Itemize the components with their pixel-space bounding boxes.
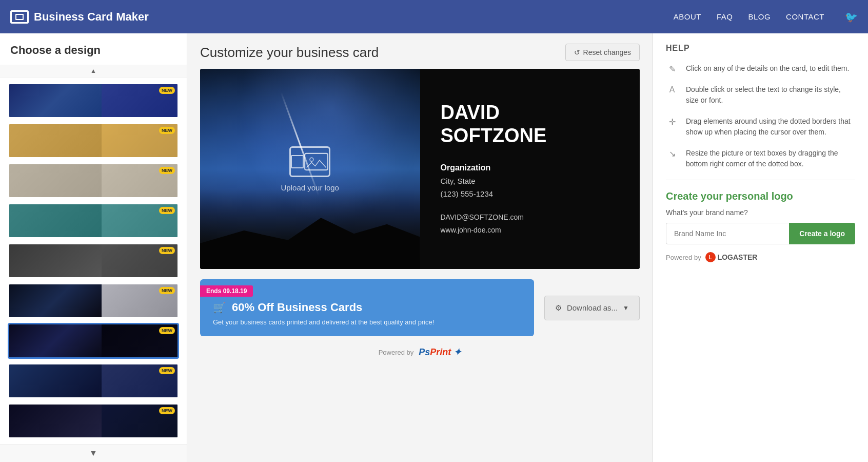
card-phone[interactable]: (123) 555-1234 bbox=[441, 187, 620, 201]
reset-icon: ↺ bbox=[574, 48, 580, 56]
design-item-inner bbox=[9, 405, 177, 437]
help-text-4: Resize the picture or text boxes by drag… bbox=[686, 148, 855, 169]
design-item-3[interactable]: NEW bbox=[8, 163, 179, 199]
download-area: ⚙ Download as... ▼ bbox=[544, 279, 640, 336]
design-item-2[interactable]: NEW bbox=[8, 123, 179, 159]
design-left-color bbox=[9, 204, 102, 237]
download-gear-icon: ⚙ bbox=[555, 303, 562, 313]
design-item-7[interactable]: NEW bbox=[8, 323, 179, 359]
design-item-9[interactable]: NEW bbox=[8, 403, 179, 439]
help-item-2: A Double click or select the text to cha… bbox=[666, 84, 855, 106]
help-item-1: ✎ Click on any of the details on the car… bbox=[666, 63, 855, 74]
design-left-color bbox=[9, 84, 102, 117]
reset-label: Reset changes bbox=[583, 48, 631, 56]
design-list: NEW NEW NEW NEW NEW bbox=[0, 78, 187, 444]
new-badge: NEW bbox=[159, 287, 175, 294]
card-preview[interactable]: Upload your logo DAVID SOFTZONE Organiza… bbox=[200, 69, 640, 269]
create-logo-button[interactable]: Create a logo bbox=[789, 223, 855, 244]
divider bbox=[666, 180, 855, 180]
design-item-inner bbox=[9, 284, 177, 317]
card-name[interactable]: DAVID SOFTZONE bbox=[441, 101, 620, 148]
card-org[interactable]: Organization bbox=[441, 163, 620, 172]
logaster-icon: L bbox=[705, 252, 716, 262]
logaster-logo: L LOGASTER bbox=[705, 252, 758, 262]
nav-faq[interactable]: FAQ bbox=[717, 12, 733, 21]
nav-blog[interactable]: BLOG bbox=[748, 12, 771, 21]
download-chevron-icon: ▼ bbox=[623, 304, 629, 312]
design-left-color bbox=[9, 364, 102, 397]
card-contact: DAVID@SOFTZONE.com www.john-doe.com bbox=[441, 211, 620, 237]
design-item-inner bbox=[9, 364, 177, 397]
promo-title: 🛒 60% Off Business Cards bbox=[213, 301, 521, 314]
new-badge: NEW bbox=[159, 127, 175, 134]
card-lastname: SOFTZONE bbox=[441, 124, 620, 148]
new-badge: NEW bbox=[159, 207, 175, 214]
card-website[interactable]: www.john-doe.com bbox=[441, 224, 620, 237]
help-text-2: Double click or select the text to chang… bbox=[686, 84, 855, 106]
main-layout: Choose a design ▲ NEW NEW NEW bbox=[0, 33, 868, 462]
brand-name-input[interactable] bbox=[666, 223, 789, 244]
card-mountain bbox=[200, 189, 420, 269]
design-item-6[interactable]: NEW bbox=[8, 283, 179, 319]
new-badge: NEW bbox=[159, 327, 175, 334]
design-item-inner bbox=[9, 244, 177, 277]
promo-ends-badge: Ends 09.18.19 bbox=[200, 285, 253, 297]
design-item-inner bbox=[9, 204, 177, 237]
design-item-5[interactable]: NEW bbox=[8, 243, 179, 279]
promo-title-text: 60% Off Business Cards bbox=[232, 301, 362, 314]
main-content: Customize your business card ↺ Reset cha… bbox=[187, 33, 653, 462]
nav-about[interactable]: ABOUT bbox=[674, 12, 701, 21]
help-item-4: ↘ Resize the picture or text boxes by dr… bbox=[666, 148, 855, 169]
sidebar-scroll-down[interactable]: ▼ bbox=[0, 444, 187, 462]
logaster-text: LOGASTER bbox=[718, 253, 758, 261]
logo-icon bbox=[10, 10, 29, 24]
edit-icon: ✎ bbox=[666, 64, 678, 74]
promo-row: Ends 09.18.19 🛒 60% Off Business Cards G… bbox=[200, 279, 640, 336]
new-badge: NEW bbox=[159, 247, 175, 254]
brand-question: What's your brand name? bbox=[666, 208, 855, 217]
design-left-color bbox=[9, 284, 102, 317]
logaster-powered-label: Powered by bbox=[666, 254, 701, 261]
help-text-3: Drag elements around using the dotted bo… bbox=[686, 116, 855, 138]
design-left-color bbox=[9, 164, 102, 197]
sidebar: Choose a design ▲ NEW NEW NEW bbox=[0, 33, 187, 462]
design-item-inner bbox=[9, 84, 177, 117]
card-location-phone: City, State (123) 555-1234 bbox=[441, 175, 620, 201]
design-left-color bbox=[9, 244, 102, 277]
header: Business Card Maker ABOUT FAQ BLOG CONTA… bbox=[0, 0, 868, 33]
promo-card[interactable]: Ends 09.18.19 🛒 60% Off Business Cards G… bbox=[200, 279, 534, 336]
logo-area: Business Card Maker bbox=[10, 10, 674, 24]
download-button[interactable]: ⚙ Download as... ▼ bbox=[544, 296, 640, 320]
card-email[interactable]: DAVID@SOFTZONE.com bbox=[441, 211, 620, 224]
sidebar-scroll-up[interactable]: ▲ bbox=[0, 65, 187, 78]
card-upload-area[interactable]: Upload your logo bbox=[281, 146, 339, 192]
nav-contact[interactable]: CONTACT bbox=[786, 12, 824, 21]
download-label: Download as... bbox=[567, 303, 618, 312]
twitter-icon[interactable]: 🐦 bbox=[845, 11, 858, 23]
sidebar-title: Choose a design bbox=[0, 33, 187, 65]
promo-description: Get your business cards printed and deli… bbox=[213, 318, 521, 326]
design-item-4[interactable]: NEW bbox=[8, 203, 179, 239]
help-text-1: Click on any of the details on the card,… bbox=[686, 63, 849, 74]
content-header: Customize your business card ↺ Reset cha… bbox=[200, 44, 640, 61]
help-title: HELP bbox=[666, 44, 855, 53]
design-item-inner bbox=[9, 324, 177, 357]
powered-by-logaster: Powered by L LOGASTER bbox=[666, 252, 855, 262]
design-item-8[interactable]: NEW bbox=[8, 363, 179, 399]
design-item-1[interactable]: NEW bbox=[8, 83, 179, 119]
upload-icon bbox=[289, 146, 330, 177]
card-city-state[interactable]: City, State bbox=[441, 175, 620, 188]
powered-by-label: Powered by bbox=[379, 349, 414, 356]
app-title: Business Card Maker bbox=[34, 10, 149, 24]
move-icon: ✛ bbox=[666, 117, 678, 127]
svg-rect-0 bbox=[305, 153, 328, 169]
new-badge: NEW bbox=[159, 87, 175, 94]
brand-input-row: Create a logo bbox=[666, 223, 855, 244]
design-left-color bbox=[9, 124, 102, 157]
psprint-logo: PsPrint ✦ bbox=[419, 346, 461, 358]
cart-icon: 🛒 bbox=[213, 301, 226, 314]
reset-button[interactable]: ↺ Reset changes bbox=[565, 44, 640, 61]
page-title: Customize your business card bbox=[200, 45, 379, 61]
new-badge: NEW bbox=[159, 367, 175, 374]
new-badge: NEW bbox=[159, 407, 175, 414]
